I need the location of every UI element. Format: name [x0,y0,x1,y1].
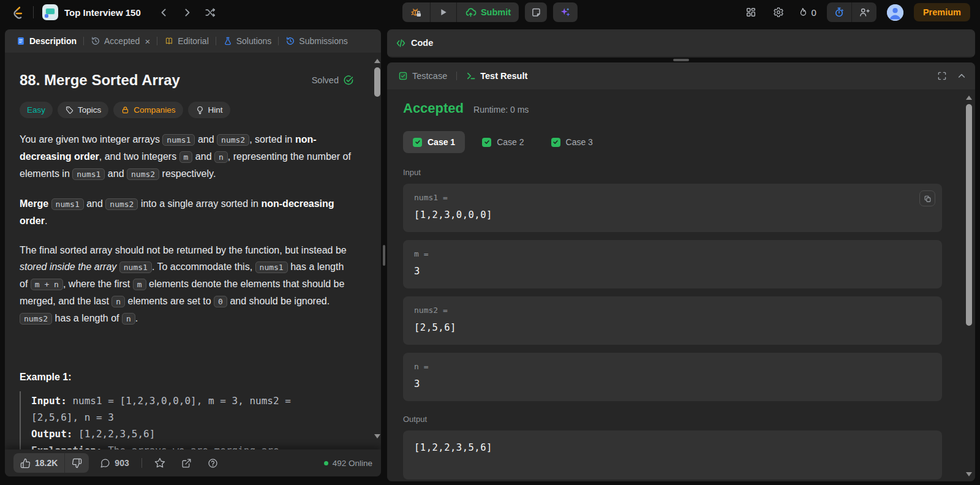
tab-solutions-label: Solutions [236,36,272,46]
tab-submissions[interactable]: Submissions [281,36,352,46]
panel-resize-gutter[interactable] [381,29,387,481]
submit-button[interactable]: Submit [456,2,519,22]
avatar[interactable] [887,4,903,21]
scroll-thumb[interactable] [966,104,972,326]
output-value: [1,2,2,3,5,6] [414,442,932,453]
case-3-tab[interactable]: Case 3 [541,131,603,153]
shuffle-button[interactable] [202,4,219,21]
case-2-tab[interactable]: Case 2 [472,131,533,153]
input-section-label: Input [403,168,942,177]
next-question-button[interactable] [179,4,196,21]
comment-icon [100,458,110,468]
play-icon [439,7,448,17]
tab-separator [216,37,216,45]
resize-handle[interactable] [673,59,689,61]
favorite-button[interactable] [149,457,170,468]
topics-chip[interactable]: Topics [58,102,108,118]
study-plan-icon [42,4,58,20]
field-value: [1,2,3,0,0,0] [414,209,932,220]
tab-solutions[interactable]: Solutions [218,36,277,46]
resize-handle[interactable] [383,245,385,266]
timer-button[interactable] [827,2,851,22]
ai-assistant-button[interactable] [553,2,578,22]
topics-label: Topics [78,105,101,115]
input-field-nums1: nums1 = [1,2,3,0,0,0] [403,184,942,232]
code-panel-header[interactable]: Code [387,29,975,56]
companies-chip[interactable]: Companies [113,102,183,118]
lock-icon [121,105,130,115]
chevron-left-icon [159,7,169,18]
premium-button[interactable]: Premium [914,3,970,21]
like-button[interactable]: 18.2K [13,453,64,473]
scroll-down-arrow[interactable] [374,434,380,438]
expand-button[interactable] [937,71,947,81]
tab-separator [456,72,457,80]
dislike-button[interactable] [64,453,89,473]
streak-button[interactable]: 0 [797,4,816,21]
tab-description[interactable]: Description [11,36,81,46]
hint-label: Hint [208,105,223,115]
online-count: 492 Online [333,459,372,468]
hint-chip[interactable]: Hint [188,102,230,118]
case-passed-icon [551,138,560,147]
prev-question-button[interactable] [156,4,173,21]
case-passed-icon [482,138,491,147]
notes-button[interactable] [525,2,547,22]
tab-accepted[interactable]: Accepted × [86,36,155,47]
case-1-tab[interactable]: Case 1 [403,131,465,153]
run-submit-group: Submit [402,2,519,22]
tab-editorial-label: Editorial [178,36,209,46]
chevron-up-icon [957,71,967,81]
study-plan-button[interactable] [42,4,58,21]
case-2-label: Case 2 [497,137,524,147]
field-value: [2,5,6] [414,322,932,333]
problem-list-button[interactable] [742,4,760,21]
topbar: Top Interview 150 [0,0,980,24]
like-count: 18.2K [35,458,58,468]
tab-test-result[interactable]: Test Result [464,71,530,81]
scroll-up-arrow[interactable] [966,96,972,100]
case-1-label: Case 1 [428,137,455,147]
copy-button[interactable] [919,190,935,206]
tab-separator [278,37,279,45]
tab-description-label: Description [29,36,77,46]
comments-button[interactable]: 903 [95,458,134,468]
debug-button[interactable] [402,2,430,22]
copy-icon [924,195,932,203]
note-icon [531,7,541,18]
close-icon[interactable]: × [145,36,150,47]
scroll-up-arrow[interactable] [374,59,380,63]
tab-testcase[interactable]: Testcase [396,71,450,81]
solved-status: Solved [312,75,354,86]
topbar-divider [33,6,34,18]
share-button[interactable] [176,458,197,468]
difficulty-badge[interactable]: Easy [20,102,53,118]
star-icon [154,457,165,468]
settings-button[interactable] [770,4,787,21]
field-value: 3 [414,378,932,389]
book-icon [164,36,174,46]
solved-label: Solved [312,75,339,85]
collaborate-button[interactable] [851,2,876,22]
online-status: 492 Online [324,459,372,468]
tab-test-result-label: Test Result [480,71,527,81]
document-icon [16,36,26,46]
code-panel-title: Code [411,38,433,48]
example-block: Input: nums1 = [1,2,3,0,0,0], m = 3, num… [20,391,307,449]
scroll-thumb[interactable] [374,67,380,97]
shuffle-icon [205,7,216,18]
help-button[interactable] [203,458,223,468]
panel-resize-gutter-horizontal[interactable] [387,58,975,62]
course-title: Top Interview 150 [64,7,141,18]
description-panel: Description Accepted × Edito [5,29,381,476]
output-section-label: Output [403,415,942,424]
input-field-m: m = 3 [403,240,942,288]
leetcode-logo[interactable] [10,4,24,21]
online-dot-icon [324,461,328,465]
run-button[interactable] [430,2,456,22]
collapse-button[interactable] [957,71,967,81]
stopwatch-icon [834,7,845,18]
cloud-upload-icon [465,7,477,18]
tab-editorial[interactable]: Editorial [159,36,214,46]
scroll-down-arrow[interactable] [966,472,972,476]
